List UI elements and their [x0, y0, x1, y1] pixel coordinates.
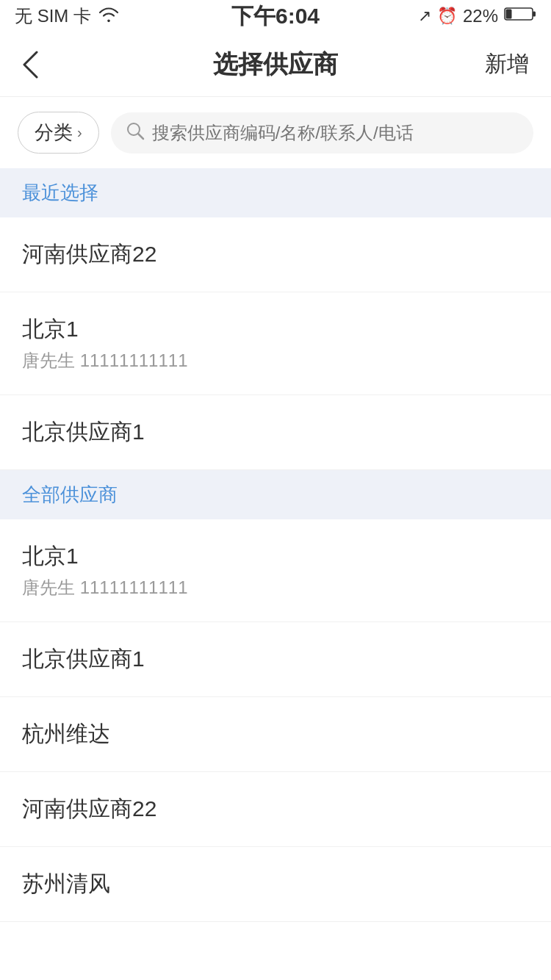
- chevron-icon: ›: [77, 124, 82, 141]
- item-name: 北京1: [22, 541, 529, 572]
- list-item[interactable]: 杭州维达: [0, 697, 551, 772]
- list-item[interactable]: 北京供应商1: [0, 395, 551, 470]
- list-item[interactable]: 苏州清风: [0, 847, 551, 922]
- recent-section-header: 最近选择: [0, 168, 551, 217]
- all-list: 北京1 唐先生 11111111111 北京供应商1杭州维达河南供应商22苏州清…: [0, 519, 551, 922]
- status-bar: 无 SIM 卡 下午6:04 ↗ ⏰ 22%: [0, 0, 551, 32]
- add-button[interactable]: 新增: [485, 49, 529, 79]
- nav-bar: 选择供应商 新增: [0, 32, 551, 97]
- list-item[interactable]: 北京供应商1: [0, 622, 551, 697]
- battery-icon: [504, 6, 536, 26]
- status-right: ↗ ⏰ 22%: [418, 6, 536, 26]
- item-name: 北京供应商1: [22, 644, 529, 674]
- back-button[interactable]: [22, 51, 66, 79]
- item-name: 北京1: [22, 314, 529, 345]
- item-name: 北京供应商1: [22, 417, 529, 447]
- svg-rect-1: [533, 12, 536, 17]
- page-title: 选择供应商: [213, 48, 338, 82]
- all-section-header: 全部供应商: [0, 470, 551, 519]
- alarm-icon: ⏰: [437, 7, 457, 26]
- recent-list: 河南供应商22 北京1 唐先生 11111111111 北京供应商1: [0, 217, 551, 470]
- filter-bar: 分类 ›: [0, 97, 551, 168]
- svg-rect-2: [506, 10, 512, 19]
- list-item[interactable]: 河南供应商22: [0, 217, 551, 292]
- item-sub: 唐先生 11111111111: [22, 576, 529, 599]
- location-icon: ↗: [418, 7, 431, 26]
- search-icon: [126, 121, 145, 145]
- category-label: 分类: [35, 120, 73, 145]
- carrier-label: 无 SIM 卡: [15, 4, 91, 28]
- battery-label: 22%: [463, 6, 498, 26]
- list-item[interactable]: 北京1 唐先生 11111111111: [0, 292, 551, 395]
- wifi-icon: [98, 6, 119, 26]
- item-name: 苏州清风: [22, 869, 529, 899]
- status-time: 下午6:04: [231, 1, 320, 32]
- status-left: 无 SIM 卡: [15, 4, 119, 28]
- item-name: 河南供应商22: [22, 794, 529, 824]
- list-item[interactable]: 北京1 唐先生 11111111111: [0, 519, 551, 622]
- item-sub: 唐先生 11111111111: [22, 349, 529, 372]
- search-input[interactable]: [152, 123, 519, 143]
- search-bar[interactable]: [111, 112, 533, 154]
- category-button[interactable]: 分类 ›: [18, 112, 99, 154]
- list-item[interactable]: 河南供应商22: [0, 772, 551, 847]
- item-name: 河南供应商22: [22, 239, 529, 270]
- item-name: 杭州维达: [22, 719, 529, 749]
- svg-line-4: [138, 134, 143, 139]
